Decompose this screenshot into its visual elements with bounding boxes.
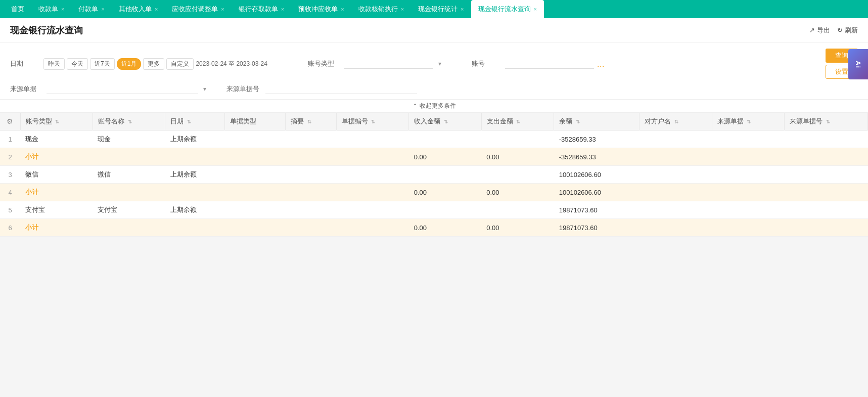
date-btn-today[interactable]: 今天 <box>67 58 88 70</box>
nav-tab-6[interactable]: 收款核销执行 × <box>351 0 411 18</box>
nav-tab-3[interactable]: 应收应付调整单 × <box>165 0 231 18</box>
nav-home[interactable]: 首页 <box>4 0 31 18</box>
nav-tab-close-5[interactable]: × <box>341 6 344 12</box>
nav-tab-label-0: 收款单 <box>38 5 58 14</box>
cell-doc_type <box>225 219 286 237</box>
cell-account_name <box>93 219 165 237</box>
nav-home-label: 首页 <box>11 5 24 14</box>
th-source-doc-label: 来源单据 <box>717 117 744 125</box>
export-label: 导出 <box>817 26 830 35</box>
source-doc-arrow-icon[interactable]: ▾ <box>203 85 206 93</box>
nav-tab-close-6[interactable]: × <box>401 6 404 12</box>
nav-tab-5[interactable]: 预收冲应收单 × <box>291 0 351 18</box>
nav-tab-close-0[interactable]: × <box>61 6 64 12</box>
date-btn-custom[interactable]: 自定义 <box>166 58 194 70</box>
th-balance-label: 余额 <box>559 117 572 125</box>
date-btn-yesterday[interactable]: 昨天 <box>43 58 65 70</box>
nav-tab-1[interactable]: 付款单 × <box>71 0 111 18</box>
cell-account_name: 现金 <box>93 130 165 148</box>
cell-account_type: 小计 <box>20 148 93 166</box>
nav-tab-close-8[interactable]: × <box>534 6 537 12</box>
cell-balance: 19871073.60 <box>554 219 639 237</box>
collapse-button[interactable]: ⌃ 收起更多条件 <box>413 102 456 110</box>
export-button[interactable]: ↗ 导出 <box>809 26 830 35</box>
th-income[interactable]: 收入金额 ⇅ <box>409 113 481 130</box>
th-source-doc-no[interactable]: 来源单据号 ⇅ <box>785 113 868 130</box>
account-type-input[interactable] <box>344 59 433 69</box>
th-expense[interactable]: 支出金额 ⇅ <box>481 113 554 130</box>
date-range: 2023-02-24 至 2023-03-24 <box>196 60 267 68</box>
row-num: 6 <box>0 219 20 237</box>
th-source-doc[interactable]: 来源单据 ⇅ <box>712 113 784 130</box>
sort-icon-counterparty: ⇅ <box>674 119 678 124</box>
th-account-name[interactable]: 账号名称 ⇅ <box>93 113 165 130</box>
cell-source_doc_no <box>785 148 868 166</box>
nav-tab-close-2[interactable]: × <box>155 6 158 12</box>
nav-tab-close-7[interactable]: × <box>461 6 464 12</box>
cell-doc_type <box>225 148 286 166</box>
nav-tab-label-3: 应收应付调整单 <box>172 5 218 14</box>
nav-tab-8[interactable]: 现金银行流水查询 × <box>471 0 544 18</box>
source-doc-input[interactable] <box>47 84 198 94</box>
account-type-label: 账号类型 <box>308 59 338 68</box>
row-num: 3 <box>0 166 20 184</box>
cell-income: 0.00 <box>409 184 481 201</box>
nav-tab-7[interactable]: 现金银行统计 × <box>411 0 471 18</box>
sort-icon-account-type: ⇅ <box>55 119 59 124</box>
date-btn-more[interactable]: 更多 <box>143 58 164 70</box>
sort-icon-summary: ⇅ <box>307 119 311 124</box>
th-counterparty-label: 对方户名 <box>645 117 671 125</box>
refresh-button[interactable]: ↻ 刷新 <box>837 26 858 35</box>
cell-counterparty <box>639 184 712 201</box>
cell-doc_no <box>336 201 408 219</box>
nav-tab-label-8: 现金银行流水查询 <box>478 5 531 14</box>
nav-tab-close-1[interactable]: × <box>101 6 104 12</box>
account-ellipsis-icon[interactable]: ... <box>597 59 605 69</box>
cell-summary <box>285 166 336 184</box>
nav-tab-close-4[interactable]: × <box>281 6 284 12</box>
th-counterparty[interactable]: 对方户名 ⇅ <box>639 113 712 130</box>
th-doc-no[interactable]: 单据编号 ⇅ <box>336 113 408 130</box>
cell-summary <box>285 219 336 237</box>
th-date[interactable]: 日期 ⇅ <box>165 113 225 130</box>
account-type-arrow-icon[interactable]: ▾ <box>438 60 441 67</box>
cell-income <box>409 166 481 184</box>
table-row: 5支付宝支付宝上期余额19871073.60 <box>0 201 868 219</box>
cell-income <box>409 130 481 148</box>
row-num: 1 <box>0 130 20 148</box>
cell-expense <box>481 166 554 184</box>
nav-tab-label-2: 其他收入单 <box>119 5 152 14</box>
cell-doc_no <box>336 219 408 237</box>
cell-source_doc_no <box>785 166 868 184</box>
sort-icon-source-doc-no: ⇅ <box>826 119 830 124</box>
page-header: 现金银行流水查询 ↗ 导出 ↻ 刷新 <box>0 18 868 42</box>
account-input[interactable] <box>505 59 594 69</box>
gear-icon[interactable]: ⚙ <box>7 117 13 125</box>
th-balance[interactable]: 余额 ⇅ <box>554 113 639 130</box>
nav-tab-0[interactable]: 收款单 × <box>31 0 71 18</box>
date-btn-7days[interactable]: 近7天 <box>90 58 115 70</box>
cell-date <box>165 184 225 201</box>
nav-tab-2[interactable]: 其他收入单 × <box>112 0 165 18</box>
date-btn-1month[interactable]: 近1月 <box>117 58 142 70</box>
ai-badge[interactable]: Ai <box>848 49 868 79</box>
header-actions: ↗ 导出 ↻ 刷新 <box>809 26 858 35</box>
cell-doc_type <box>225 130 286 148</box>
nav-tab-label-6: 收款核销执行 <box>358 5 398 14</box>
refresh-icon: ↻ <box>837 26 843 34</box>
th-account-type[interactable]: 账号类型 ⇅ <box>20 113 93 130</box>
cell-account_name: 支付宝 <box>93 201 165 219</box>
cell-expense: 0.00 <box>481 219 554 237</box>
cell-balance: 100102606.60 <box>554 184 639 201</box>
account-type-wrap: 账号类型 ▾ <box>308 59 441 69</box>
nav-tab-close-3[interactable]: × <box>221 6 224 12</box>
account-wrap: 账号 ... <box>472 59 605 69</box>
source-doc-no-input[interactable] <box>265 84 417 94</box>
th-summary[interactable]: 摘要 ⇅ <box>285 113 336 130</box>
cell-balance: 19871073.60 <box>554 201 639 219</box>
filter-row-2: 来源单据 ▾ 来源单据号 <box>10 84 858 94</box>
cell-date <box>165 219 225 237</box>
nav-tab-label-5: 预收冲应收单 <box>298 5 338 14</box>
th-doc-type[interactable]: 单据类型 <box>225 113 286 130</box>
nav-tab-4[interactable]: 银行存取款单 × <box>232 0 291 18</box>
